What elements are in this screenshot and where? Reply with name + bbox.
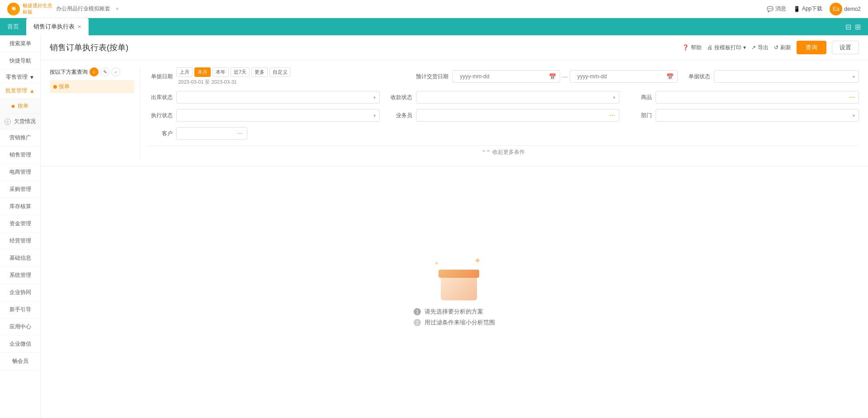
customer-more-icon[interactable]: ··· <box>237 129 243 138</box>
sidebar-item-new-guide[interactable]: 新手引导 <box>0 301 40 318</box>
sidebar-item-app-center[interactable]: 应用中心 <box>0 318 40 336</box>
export-icon: ↗ <box>751 44 756 51</box>
sidebar-item-corp-collab[interactable]: 企业协同 <box>0 284 40 301</box>
settings-button[interactable]: 设置 <box>832 41 859 54</box>
goods-input[interactable] <box>660 94 849 100</box>
empty-box-lid <box>439 270 479 278</box>
sidebar-item-quick-nav[interactable]: 快捷导航 <box>0 52 40 70</box>
tab-bar: 首页 销售订单执行表 ✕ ⊟ ⊞ <box>0 18 868 35</box>
sidebar-item-ecommerce[interactable]: 电商管理 <box>0 164 40 181</box>
print-button[interactable]: 🖨 按模板打印 ▾ <box>707 44 746 52</box>
help-icon: ❓ <box>682 44 689 51</box>
sidebar-item-corp-wechat[interactable]: 企业微信 <box>0 336 40 353</box>
dept-select[interactable]: ▾ <box>656 109 859 122</box>
print-dropdown-icon: ▾ <box>743 44 746 51</box>
sidebar-item-finance[interactable]: 资金管理 <box>0 215 40 233</box>
scheme-collapse-button[interactable]: « <box>111 67 120 76</box>
exec-chevron-icon: ▾ <box>373 113 376 118</box>
sidebar-item-member[interactable]: 畅会员 <box>0 353 40 370</box>
refresh-button[interactable]: ↺ 刷新 <box>774 44 791 52</box>
expected-date-end-input[interactable] <box>574 73 665 80</box>
payment-status-select[interactable]: ▾ <box>416 91 619 104</box>
logo-area: 畅 畅捷通好生意 标版 <box>7 3 52 15</box>
customer-input[interactable] <box>180 130 237 137</box>
tab-home[interactable]: 首页 <box>0 18 26 35</box>
bill-status-label: 单据状态 <box>685 73 710 81</box>
delivery-status-select[interactable]: ▾ <box>176 91 380 104</box>
minimize-icon[interactable]: ⊟ <box>845 23 851 31</box>
tab-close-icon[interactable]: ✕ <box>77 24 81 30</box>
sidebar-item-sales-mgmt[interactable]: 销售管理 <box>0 147 40 164</box>
sidebar-item-basic-info[interactable]: 基础信息 <box>0 250 40 267</box>
sidebar-item-marketing[interactable]: 营销推广 <box>0 129 40 147</box>
expected-date-start-input[interactable] <box>456 73 547 80</box>
sidebar-item-inventory[interactable]: 库存核算 <box>0 198 40 215</box>
date-btn-more[interactable]: 更多 <box>251 67 268 77</box>
date-btn-last7[interactable]: 近7天 <box>231 67 250 77</box>
step1-circle: 1 <box>414 308 421 315</box>
salesperson-more-icon[interactable]: ··· <box>609 111 615 119</box>
step2-circle: 2 <box>414 319 421 326</box>
refresh-icon: ↺ <box>774 44 778 51</box>
breadcrumb-arrow-icon[interactable]: ▾ <box>116 5 119 12</box>
filter-form: 单据日期 上月 本月 本年 近7天 更多 自定义 2023-03-01 至 20… <box>140 67 859 159</box>
date-btn-custom[interactable]: 自定义 <box>269 67 291 77</box>
dept-chevron-icon: ▾ <box>853 113 855 118</box>
logo-text: 畅捷通好生意 标版 <box>23 3 52 14</box>
date-btn-this-month[interactable]: 本月 <box>194 67 211 77</box>
scheme-edit-button[interactable]: ✎ <box>100 67 109 76</box>
content-area: 销售订单执行表(按单) ❓ 帮助 🖨 按模板打印 ▾ ↗ 导出 ↺ 刷新 <box>41 35 868 418</box>
payment-status-label: 收款状态 <box>387 94 412 101</box>
search-button[interactable]: 查询 <box>797 41 826 54</box>
date-range-text: 2023-03-01 至 2023-03-31 <box>178 79 409 86</box>
maximize-icon[interactable]: ⊞ <box>855 23 861 31</box>
goods-input-wrapper: ··· <box>656 91 859 104</box>
expected-date-label: 预计交货日期 <box>416 73 448 81</box>
filter-field-payment-status: 收款状态 ▾ <box>387 91 619 104</box>
exec-status-select[interactable]: ▾ <box>176 109 380 122</box>
bill-status-chevron-icon: ▾ <box>853 74 855 79</box>
retail-arrow-icon: ▼ <box>29 74 35 81</box>
message-button[interactable]: 💬 消息 <box>767 5 786 13</box>
scheme-item-press-order[interactable]: 按单 <box>50 80 134 93</box>
sidebar-item-retail[interactable]: 零售管理 ▼ <box>0 70 40 83</box>
filter-area: 按以下方案查询 + ✎ « 按单 单 <box>41 60 868 166</box>
sidebar-item-wholesale[interactable]: 批发管理 ▲ <box>0 83 40 99</box>
sidebar-sub-item-debt[interactable]: ○ 欠货情况 <box>0 114 40 129</box>
print-icon: 🖨 <box>707 44 712 51</box>
customer-input-wrapper: ··· <box>176 127 247 140</box>
sparkle2-icon: ✦ <box>434 260 439 267</box>
date-separator: — <box>562 73 568 80</box>
goods-label: 商品 <box>627 94 652 101</box>
date-btn-last-month[interactable]: 上月 <box>176 67 193 77</box>
exec-status-label: 执行状态 <box>147 112 173 119</box>
filter-row-1: 单据日期 上月 本月 本年 近7天 更多 自定义 2023-03-01 至 20… <box>147 67 859 86</box>
dept-label: 部门 <box>627 112 652 119</box>
avatar: Ea <box>830 3 842 15</box>
date-btn-this-year[interactable]: 本年 <box>212 67 229 77</box>
empty-box-body <box>441 276 477 300</box>
customer-label: 客户 <box>147 130 173 138</box>
date-range-expected: 📅 — 📅 <box>452 70 677 83</box>
app-download-button[interactable]: 📱 App下载 <box>793 5 822 13</box>
goods-more-icon[interactable]: ··· <box>849 93 855 101</box>
filter-field-delivery-status: 出库状态 ▾ <box>147 91 380 104</box>
sidebar-item-search-menu[interactable]: 搜索菜单 <box>0 35 40 52</box>
sidebar-item-system[interactable]: 系统管理 <box>0 267 40 284</box>
date-quick-btns: 上月 本月 本年 近7天 更多 自定义 <box>176 67 409 77</box>
user-avatar[interactable]: Ea demo2 <box>830 3 861 15</box>
scheme-add-button[interactable]: + <box>90 67 99 76</box>
sidebar-item-ops[interactable]: 经营管理 <box>0 233 40 250</box>
collapse-more-button[interactable]: ⌃⌃ 收起更多条件 <box>147 145 859 159</box>
salesperson-input[interactable] <box>420 112 609 119</box>
bill-status-select[interactable]: ▾ <box>714 70 859 83</box>
scheme-panel: 按以下方案查询 + ✎ « 按单 <box>50 67 140 159</box>
empty-step-1: 1 请先选择要分析的方案 <box>414 308 495 316</box>
sidebar-item-purchase[interactable]: 采购管理 <box>0 181 40 198</box>
export-button[interactable]: ↗ 导出 <box>751 44 769 52</box>
top-header: 畅 畅捷通好生意 标版 办公用品行业模拟账套 ▾ 💬 消息 📱 App下载 Ea… <box>0 0 868 18</box>
scheme-active-dot-icon <box>53 85 57 89</box>
help-button[interactable]: ❓ 帮助 <box>682 44 702 52</box>
tab-sales-order[interactable]: 销售订单执行表 ✕ <box>26 18 89 35</box>
sidebar-sub-item-press-order[interactable]: 按单 <box>0 99 40 114</box>
